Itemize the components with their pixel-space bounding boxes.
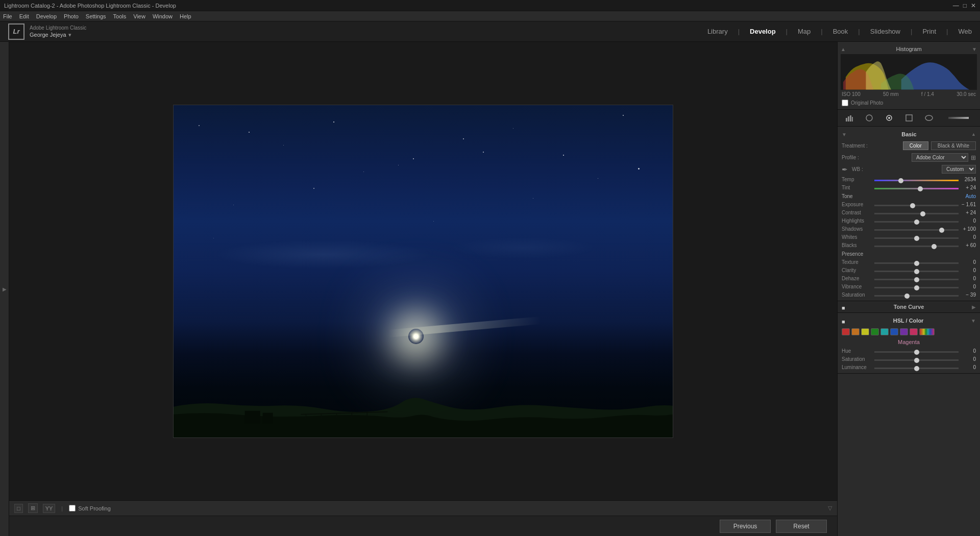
soft-proofing-checkbox[interactable] — [69, 505, 76, 511]
expand-icon[interactable]: ▽ — [828, 505, 832, 511]
profile-grid-icon[interactable]: ⊞ — [971, 154, 976, 161]
blacks-slider-container[interactable] — [874, 242, 959, 248]
hsl-purple-button[interactable] — [900, 328, 908, 335]
user-dropdown-arrow[interactable]: ▾ — [68, 31, 71, 38]
user-name[interactable]: George Jejeya ▾ — [30, 31, 86, 38]
texture-slider-container[interactable] — [874, 259, 959, 265]
gradient-tool-icon[interactable] — [943, 112, 974, 124]
temp-slider[interactable] — [874, 180, 959, 181]
contrast-label: Contrast — [842, 210, 872, 215]
reset-button[interactable]: Reset — [776, 520, 827, 533]
hsl-saturation-value: 0 — [961, 356, 976, 362]
highlights-slider-container[interactable] — [874, 217, 959, 224]
hsl-luminance-slider[interactable] — [874, 368, 959, 369]
basic-section-title: Basic — [847, 131, 971, 137]
hsl-orange-button[interactable] — [851, 328, 860, 335]
tint-slider-container[interactable] — [874, 184, 959, 190]
nav-library[interactable]: Library — [707, 28, 728, 35]
contrast-slider[interactable] — [874, 213, 959, 214]
menu-view[interactable]: View — [133, 13, 145, 19]
grid-tool-button[interactable]: ⊞ — [28, 503, 38, 513]
crop-tool-button[interactable]: □ — [14, 504, 23, 513]
hsl-section-header[interactable]: ■ HSL / Color ▼ — [842, 315, 976, 326]
saturation-slider[interactable] — [874, 295, 959, 297]
highlights-value: 0 — [961, 218, 976, 224]
tone-curve-section[interactable]: ■ Tone Curve ▶ — [838, 301, 980, 313]
histogram-tool-icon[interactable] — [844, 112, 855, 124]
menu-window[interactable]: Window — [153, 13, 173, 19]
tone-curve-dot: ■ — [842, 305, 846, 309]
highlights-slider[interactable] — [874, 221, 959, 223]
yy-tool-button[interactable]: YY — [43, 504, 56, 513]
histogram-collapse-icon[interactable]: ▼ — [972, 46, 977, 52]
svg-rect-17 — [948, 117, 969, 119]
nav-map[interactable]: Map — [798, 28, 811, 35]
hsl-luminance-slider-container[interactable] — [874, 364, 959, 370]
tone-curve-toggle-icon: ▶ — [972, 304, 976, 310]
hsl-aqua-button[interactable] — [880, 328, 889, 335]
nav-print[interactable]: Print — [922, 28, 936, 35]
maximize-button[interactable]: □ — [963, 2, 967, 9]
menu-settings[interactable]: Settings — [86, 13, 106, 19]
hsl-saturation-slider[interactable] — [874, 359, 959, 361]
hsl-red-button[interactable] — [842, 328, 850, 335]
basic-section-header[interactable]: ▼ Basic ▲ — [842, 129, 976, 140]
contrast-slider-container[interactable] — [874, 209, 959, 215]
color-treatment-button[interactable]: Color — [903, 141, 928, 150]
whites-slider-container[interactable] — [874, 234, 959, 240]
menu-develop[interactable]: Develop — [36, 13, 57, 19]
vibrance-slider-container[interactable] — [874, 283, 959, 289]
nav-web[interactable]: Web — [959, 28, 972, 35]
circle-tool-icon[interactable] — [864, 112, 875, 124]
bw-treatment-button[interactable]: Black & White — [931, 141, 976, 150]
menu-help[interactable]: Help — [180, 13, 191, 19]
hsl-green-button[interactable] — [871, 328, 879, 335]
close-button[interactable]: ✕ — [971, 2, 976, 9]
hsl-yellow-button[interactable] — [861, 328, 869, 335]
minimize-button[interactable]: — — [953, 2, 959, 9]
saturation-slider-container[interactable] — [874, 291, 959, 298]
menu-file[interactable]: File — [3, 13, 12, 19]
dehaze-slider[interactable] — [874, 279, 959, 280]
menu-photo[interactable]: Photo — [64, 13, 79, 19]
hsl-saturation-slider-container[interactable] — [874, 356, 959, 362]
shadows-slider-container[interactable] — [874, 226, 959, 232]
hsl-all-button[interactable] — [919, 328, 935, 335]
exposure-slider[interactable] — [874, 205, 959, 206]
nav-book[interactable]: Book — [833, 28, 848, 35]
tint-slider[interactable] — [874, 188, 959, 189]
menu-tools[interactable]: Tools — [113, 13, 127, 19]
profile-select[interactable]: Adobe Color Adobe Landscape Adobe Portra… — [912, 153, 968, 162]
hsl-section: ■ HSL / Color ▼ Magenta — [838, 313, 980, 374]
clouds — [174, 221, 673, 287]
dehaze-slider-container[interactable] — [874, 275, 959, 281]
texture-slider[interactable] — [874, 262, 959, 264]
square-tool-icon[interactable] — [903, 112, 915, 124]
tone-auto-button[interactable]: Auto — [965, 193, 976, 199]
previous-button[interactable]: Previous — [720, 520, 771, 533]
hsl-hue-slider-container[interactable] — [874, 348, 959, 354]
eyedropper-icon[interactable]: ✒ — [842, 165, 848, 174]
vibrance-slider[interactable] — [874, 287, 959, 288]
original-photo-checkbox[interactable] — [842, 100, 848, 106]
hsl-hue-slider[interactable] — [874, 351, 959, 353]
shadows-slider[interactable] — [874, 229, 959, 231]
left-panel-toggle[interactable]: ▶ — [0, 42, 9, 536]
hsl-pink-button[interactable] — [910, 328, 918, 335]
hsl-hue-slider-row: Hue 0 — [842, 347, 976, 355]
hsl-blue-button[interactable] — [890, 328, 898, 335]
clarity-slider[interactable] — [874, 271, 959, 272]
soft-proofing-toggle[interactable]: Soft Proofing — [69, 505, 111, 511]
oval-tool-icon[interactable] — [923, 112, 935, 124]
dot-tool-icon[interactable] — [884, 112, 895, 124]
window-controls[interactable]: — □ ✕ — [953, 2, 976, 9]
temp-slider-container[interactable] — [874, 176, 959, 182]
exposure-slider-container[interactable] — [874, 201, 959, 207]
blacks-slider[interactable] — [874, 246, 959, 247]
wb-select[interactable]: Custom As Shot Auto Daylight Cloudy Shad… — [942, 165, 976, 174]
menu-edit[interactable]: Edit — [19, 13, 29, 19]
clarity-slider-container[interactable] — [874, 267, 959, 273]
nav-slideshow[interactable]: Slideshow — [870, 28, 900, 35]
nav-develop[interactable]: Develop — [750, 28, 776, 35]
whites-slider[interactable] — [874, 237, 959, 239]
